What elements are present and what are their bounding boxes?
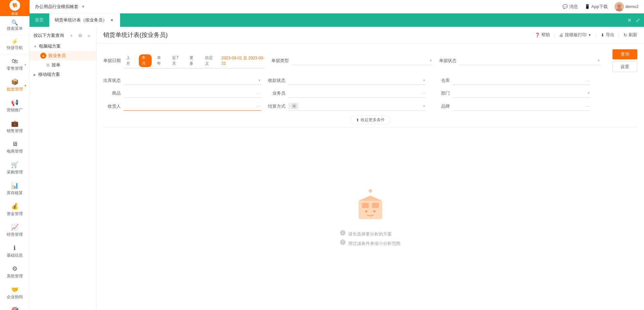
date-btn-this-month[interactable]: 本月 — [139, 54, 152, 67]
sidebar-quick-nav[interactable]: ⚡ 快捷导航 — [0, 35, 29, 54]
bill-status-input[interactable]: ▼ — [459, 56, 600, 65]
add-scheme-btn[interactable]: + — [68, 32, 75, 39]
refresh-action[interactable]: ↻ 刷新 — [624, 32, 637, 38]
sidebar-item-retail[interactable]: 🛍 零售管理 ▼ — [0, 54, 30, 75]
close-tab-btn[interactable]: ✕ — [627, 17, 632, 23]
tree-arrow-pc: ▼ — [34, 45, 37, 48]
settings-scheme-btn[interactable]: ⚙ — [77, 32, 84, 39]
settlement-input[interactable]: ✕ ▼ — [288, 102, 426, 111]
logo-icon: 畅 — [9, 0, 20, 11]
brand-input[interactable]: ··· — [452, 102, 590, 111]
collapse-panel-btn[interactable]: « — [86, 32, 92, 39]
sidebar-item-purchase[interactable]: 🛒 采购管理 — [0, 158, 30, 178]
filter-warehouse: 仓库 ··· — [432, 76, 590, 85]
step-1-num: 1 — [340, 230, 345, 236]
export-action[interactable]: ⬇ 导出 — [601, 32, 614, 38]
sidebar-item-marketing[interactable]: 📢 营销推广 — [0, 96, 30, 116]
sidebar-item-newbie[interactable]: 🎯 新手引导 — [0, 303, 30, 310]
tree-sub-item-salesperson[interactable]: ● 按业务员 — [30, 51, 96, 60]
left-panel-header: 按以下方案查询 + ⚙ « — [30, 31, 96, 42]
tree-item-pc-label: 电脑端方案 — [39, 43, 61, 49]
date-input[interactable]: 上月 本月 本年 近7天 更多 自定义 2023-03-01 至 2023-03… — [123, 53, 265, 68]
consignee-label: 收货人 — [103, 103, 121, 109]
expand-tab-btn[interactable]: ⤢ — [636, 17, 640, 23]
inventory-icon: 📊 — [11, 182, 18, 189]
filter-salesperson: 业务员 ··· — [268, 89, 426, 98]
sidebar-search[interactable]: 🔍 搜索菜单 — [0, 16, 29, 35]
sidebar: 畅 标版 🔍 搜索菜单 ⚡ 快捷导航 🛍 零售管理 ▼ 📦 批发管理 ▲ 📢 营… — [0, 0, 30, 310]
consignee-input[interactable]: ··· — [123, 102, 261, 111]
tree-item-mobile[interactable]: ▶ 移动端方案 — [30, 70, 96, 79]
filter-row-3: 商品 ··· 业务员 ··· 部门 — [103, 87, 637, 100]
date-btn-more[interactable]: 更多 — [187, 54, 200, 67]
print-arrow: ▼ — [588, 33, 591, 37]
tabbar: 首页 销货单统计表（按业务员） ✕ ✕ ⤢ — [30, 13, 644, 27]
sidebar-item-enterprise[interactable]: 🤝 企业协同 — [0, 282, 30, 303]
help-action[interactable]: ❓ 帮助 — [535, 32, 550, 38]
filter-brand: 品牌 ··· — [432, 102, 590, 111]
filter-row-4: 收货人 ··· 结算方式 ✕ ▼ — [103, 100, 637, 113]
sidebar-item-basic[interactable]: ℹ 基础信息 — [0, 241, 30, 262]
sidebar-item-finance[interactable]: 💰 资金管理 — [0, 199, 30, 220]
message-action[interactable]: 💬 消息 — [562, 4, 578, 10]
filter-row-1: 单据日期 上月 本月 本年 近7天 更多 自定义 2023-03-01 至 20… — [103, 47, 637, 74]
purchase-icon: 🛒 — [11, 161, 18, 168]
tab-home[interactable]: 首页 — [30, 13, 49, 27]
tree-sub-item-bill[interactable]: ⊞ 按单 — [30, 60, 96, 70]
export-icon: ⬇ — [601, 33, 604, 38]
settlement-clear-btn[interactable]: ✕ — [291, 103, 297, 109]
sidebar-item-ecommerce[interactable]: 🖥 电商管理 — [0, 137, 30, 158]
bill-type-input[interactable]: ▼ — [291, 56, 433, 65]
sidebar-item-wholesale[interactable]: 📦 批发管理 ▲ — [0, 75, 30, 96]
collection-status-input[interactable]: ▼ — [288, 76, 426, 85]
filter-consignee: 收货人 ··· — [103, 102, 261, 111]
main-content: 办公用品行业模拟账套 ▼ 💬 消息 📱 App下载 demo2 首页 — [30, 0, 644, 310]
product-label: 商品 — [103, 90, 121, 96]
tree-item-pc[interactable]: ▼ 电脑端方案 — [30, 42, 96, 51]
date-btn-this-year[interactable]: 本年 — [154, 54, 167, 67]
app-logo[interactable]: 畅 标版 — [0, 0, 30, 16]
brand-ellipsis[interactable]: ··· — [585, 103, 590, 109]
newbie-icon: 🎯 — [11, 307, 18, 310]
salesperson-input[interactable]: ··· — [288, 89, 426, 98]
settlement-caret: ▼ — [422, 104, 426, 108]
app-download-action[interactable]: 📱 App下载 — [585, 4, 608, 10]
finance-icon: 💰 — [11, 203, 18, 210]
tree: ▼ 电脑端方案 ● 按业务员 ⊞ 按单 ▶ 移动端方案 — [30, 42, 96, 79]
stock-status-input[interactable]: ▼ — [123, 76, 261, 85]
app-download-icon: 📱 — [585, 4, 590, 9]
sidebar-item-sales[interactable]: 💼 销售管理 — [0, 116, 30, 137]
product-ellipsis[interactable]: ··· — [256, 91, 261, 96]
print-action[interactable]: 🖨 按模板打印 ▼ — [559, 32, 591, 38]
bill-status-caret: ▼ — [597, 59, 600, 62]
wholesale-icon: 📦 — [11, 78, 18, 86]
settings-button[interactable]: 设置 — [612, 61, 637, 72]
date-range: 2023-03-01 至 2023-03-31 — [221, 55, 265, 66]
filter-bill-type: 单据类型 ▼ — [271, 56, 433, 65]
basic-icon: ℹ — [13, 244, 16, 252]
user-profile[interactable]: demo2 — [614, 2, 639, 11]
date-btn-custom[interactable]: 自定义 — [202, 54, 219, 67]
tree-item-mobile-label: 移动端方案 — [38, 71, 60, 78]
svg-rect-5 — [372, 203, 379, 208]
query-button[interactable]: 查询 — [612, 49, 637, 59]
bill-icon: ⊞ — [46, 63, 50, 67]
sidebar-item-inventory[interactable]: 📊 库存核算 — [0, 178, 30, 199]
department-input[interactable]: ▼ — [452, 89, 590, 98]
warehouse-input[interactable]: ··· — [452, 76, 590, 85]
sidebar-item-operations[interactable]: 📈 经营管理 — [0, 220, 30, 241]
tab-sales-stats[interactable]: 销货单统计表（按业务员） ✕ — [49, 13, 120, 27]
collapse-button[interactable]: ⬆ 收起更多条件 — [350, 115, 390, 124]
left-panel-title: 按以下方案查询 — [34, 33, 64, 39]
warehouse-ellipsis[interactable]: ··· — [585, 78, 590, 83]
consignee-ellipsis[interactable]: ··· — [256, 103, 261, 109]
enterprise-icon: 🤝 — [11, 286, 18, 293]
date-btn-7days[interactable]: 近7天 — [169, 54, 184, 67]
marketing-icon: 📢 — [11, 99, 18, 106]
topbar-dropdown-icon[interactable]: ▼ — [81, 4, 85, 9]
tab-close-sales-stats[interactable]: ✕ — [109, 17, 114, 23]
date-btn-prev-month[interactable]: 上月 — [123, 54, 136, 67]
product-input[interactable]: ··· — [123, 89, 261, 98]
salesperson-ellipsis[interactable]: ··· — [421, 91, 426, 96]
sidebar-item-system[interactable]: ⚙ 系统管理 — [0, 262, 30, 282]
